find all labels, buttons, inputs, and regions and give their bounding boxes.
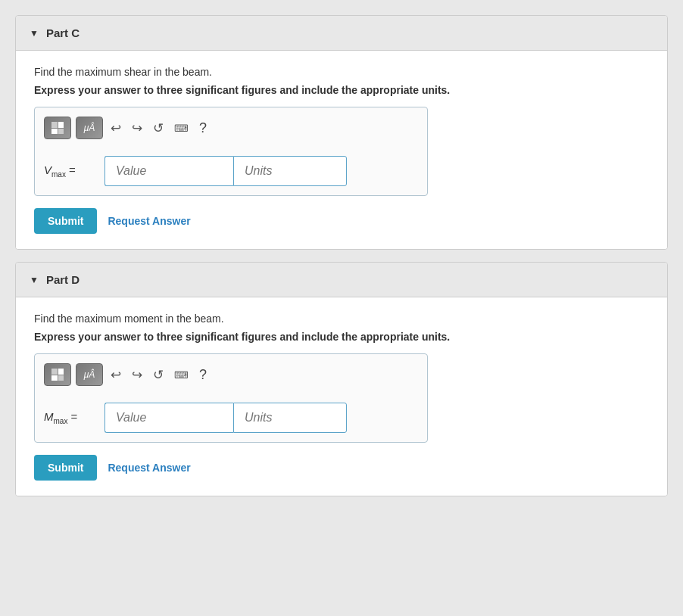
part-d-instruction2: Express your answer to three significant… [34,331,649,343]
part-d-collapse-arrow[interactable]: ▼ [30,275,39,285]
part-c-submit-button[interactable]: Submit [34,208,97,234]
part-d-toolbar: μÂ ↩ ↪ ↺ ⌨ ? [44,363,418,394]
part-d-header: ▼ Part D [16,263,667,297]
part-c-body: Find the maximum shear in the beam. Expr… [16,51,667,249]
part-d-grid-button[interactable] [44,363,71,386]
part-c-eq-label: Vmax = [44,163,97,179]
part-c-keyboard-button[interactable]: ⌨ [171,121,192,135]
part-d-actions: Submit Request Answer [34,455,649,481]
part-d-undo-button[interactable]: ↩ [108,366,124,384]
part-c-units-input[interactable] [233,156,347,186]
part-d-input-box: μÂ ↩ ↪ ↺ ⌨ ? Mmax = [34,353,428,443]
part-c-instruction2: Express your answer to three significant… [34,84,649,96]
part-c-input-row: Vmax = [44,156,418,186]
part-c-collapse-arrow[interactable]: ▼ [30,28,39,39]
part-c-undo-button[interactable]: ↩ [108,119,124,138]
part-d-value-input[interactable] [104,403,233,433]
part-d-input-row: Mmax = [44,403,418,433]
part-d-mu-button[interactable]: μÂ [76,363,103,386]
part-d-units-input[interactable] [233,403,347,433]
part-d-keyboard-button[interactable]: ⌨ [171,368,192,382]
part-d-body: Find the maximum moment in the beam. Exp… [16,297,667,496]
part-c-actions: Submit Request Answer [34,208,649,234]
part-c-toolbar: μÂ ↩ ↪ ↺ ⌨ ? [44,117,418,147]
part-c-mu-button[interactable]: μÂ [76,117,103,139]
part-c-label: Part C [46,26,80,39]
part-c-grid-button[interactable] [44,117,71,139]
part-c-request-link[interactable]: Request Answer [108,215,190,227]
part-c-header: ▼ Part C [16,16,667,51]
part-c-redo-button[interactable]: ↪ [129,119,145,138]
part-c-refresh-button[interactable]: ↺ [150,119,167,138]
part-d-label: Part D [46,273,80,286]
part-d-instruction1: Find the maximum moment in the beam. [34,313,649,325]
part-c-instruction1: Find the maximum shear in the beam. [34,66,649,78]
part-d-submit-button[interactable]: Submit [34,455,97,481]
part-d-help-button[interactable]: ? [196,366,210,384]
part-d-redo-button[interactable]: ↪ [129,366,145,384]
part-c-value-input[interactable] [104,156,233,186]
part-d-section: ▼ Part D Find the maximum moment in the … [15,262,668,496]
part-c-input-box: μÂ ↩ ↪ ↺ ⌨ ? Vmax = [34,107,428,196]
part-d-request-link[interactable]: Request Answer [108,462,190,474]
part-d-refresh-button[interactable]: ↺ [150,366,167,384]
part-d-eq-label: Mmax = [44,410,97,425]
part-c-help-button[interactable]: ? [196,119,210,138]
part-c-section: ▼ Part C Find the maximum shear in the b… [15,15,668,250]
